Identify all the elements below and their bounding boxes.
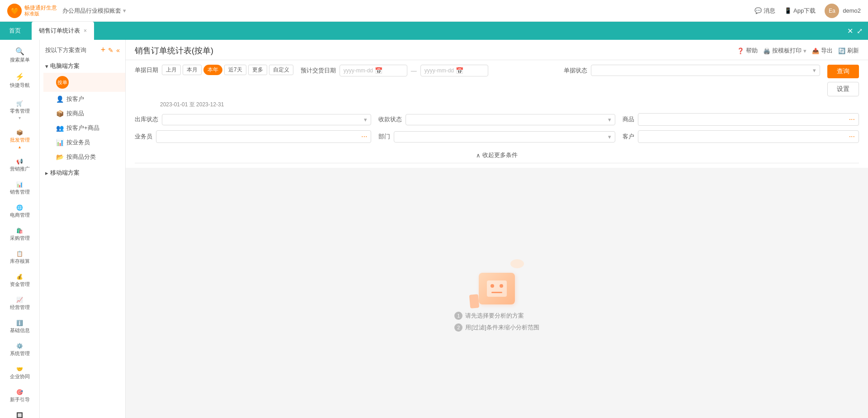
scheme-group-mobile: ▸ 移动端方案 [40, 165, 125, 180]
payment-status-select[interactable]: ▾ [406, 114, 615, 125]
left-panel: 按以下方案查询 + ✎ « ▾ 电脑端方案 按单 👤 [40, 40, 126, 418]
industry-selector[interactable]: 办公用品行业模拟账套 ▾ [62, 7, 126, 15]
action-buttons: 查询 设置 [827, 65, 859, 96]
salesperson-label: 业务员 [135, 133, 152, 141]
export-button[interactable]: 📤 导出 [812, 47, 833, 55]
date-btn-this-month[interactable]: 本月 [183, 65, 202, 75]
sidebar-item-enterprise[interactable]: 🤝 企业协同 [0, 361, 39, 385]
sidebar-item-retail[interactable]: 🛒 零售管理 ▾ [0, 96, 39, 125]
tip-item-1: 1 请先选择要分析的方案 [454, 312, 539, 320]
date-label: 单据日期 [135, 66, 158, 74]
scheme-item-by-order[interactable]: 按单 [43, 73, 125, 92]
sidebar-search[interactable]: 🔍 搜索菜单 [0, 43, 39, 68]
tab-bar: 首页 销售订单统计表 × ✕ ⤢ [0, 22, 868, 40]
sidebar-item-management[interactable]: 📈 经营管理 [0, 292, 39, 315]
date-btn-this-year[interactable]: 本年 [203, 65, 222, 75]
quick-nav-icon: ⚡ [15, 72, 24, 81]
query-button[interactable]: 查询 [827, 65, 859, 78]
sidebar-item-sales[interactable]: 📊 销售管理 [0, 177, 39, 200]
date-btn-last-7days[interactable]: 近7天 [224, 65, 246, 75]
top-header: 🧡 畅捷通好生意 标准版 办公用品行业模拟账套 ▾ 💬 消息 📱 App下载 E… [0, 0, 868, 22]
system-icon: ⚙️ [16, 343, 23, 349]
date-btn-more[interactable]: 更多 [248, 65, 267, 75]
collapse-panel-icon[interactable]: « [116, 47, 120, 54]
product-input[interactable]: ··· [638, 113, 859, 126]
print-icon: 🖨️ [763, 48, 770, 54]
retail-icon: 🛒 [16, 100, 23, 107]
window-close-icon[interactable]: ✕ [847, 27, 853, 35]
sidebar-item-ecommerce[interactable]: 🌐 电商管理 [0, 200, 39, 223]
out-status-arrow-icon: ▾ [364, 116, 367, 123]
management-icon: 📈 [16, 297, 23, 303]
scheme-item-by-salesperson[interactable]: 📊 按业务员 [43, 135, 125, 150]
scheme-item-by-category[interactable]: 📂 按商品分类 [43, 150, 125, 164]
status-filter-group: 单据状态 ▾ [564, 65, 820, 76]
add-scheme-icon[interactable]: + [101, 45, 106, 55]
delivery-date-group: 预计交货日期 yyyy-mm-dd 📅 — yyyy-mm-dd 📅 [301, 65, 557, 76]
sidebar-item-purchase[interactable]: 🛍️ 采购管理 [0, 223, 39, 246]
export-icon: 📤 [812, 48, 819, 54]
date-btn-custom[interactable]: 自定义 [269, 65, 293, 75]
scheme-group-mobile-header[interactable]: ▸ 移动端方案 [40, 166, 125, 180]
sidebar-item-marketing[interactable]: 📢 营销推广 [0, 154, 39, 177]
message-icon: 💬 [755, 7, 762, 14]
edit-scheme-icon[interactable]: ✎ [108, 47, 113, 54]
user-area[interactable]: Ea demo2 [825, 4, 861, 18]
page-actions: ❓ 帮助 🖨️ 按模板打印 ▾ 📤 导出 🔄 刷新 [737, 47, 859, 55]
delivery-date-start-input[interactable]: yyyy-mm-dd 📅 [340, 65, 407, 76]
status-select[interactable]: ▾ [591, 65, 820, 76]
sidebar-item-inventory[interactable]: 📋 库存核算 [0, 246, 39, 269]
sidebar-item-finance[interactable]: 💰 资金管理 [0, 269, 39, 292]
sidebar-item-system[interactable]: ⚙️ 系统管理 [0, 338, 39, 361]
collapse-icon: ∧ [476, 152, 481, 159]
sidebar-item-wholesale[interactable]: 📦 批发管理 ▴ [0, 125, 39, 154]
tab-close-icon[interactable]: × [84, 28, 87, 34]
salesperson-dots-icon: ··· [361, 133, 367, 141]
left-panel-actions: + ✎ « [101, 45, 120, 55]
app-download-action[interactable]: 📱 App下载 [784, 7, 816, 15]
tab-home[interactable]: 首页 [0, 22, 30, 40]
date-btn-last-month[interactable]: 上月 [162, 65, 181, 75]
salesperson-filter-group: 业务员 ··· [135, 130, 371, 143]
tab-bar-right: ✕ ⤢ [847, 27, 868, 35]
scheme-item-by-customer[interactable]: 👤 按客户 [43, 92, 125, 106]
window-expand-icon[interactable]: ⤢ [857, 27, 863, 35]
content-area: 按以下方案查询 + ✎ « ▾ 电脑端方案 按单 👤 [40, 40, 868, 418]
payment-status-group: 收款状态 ▾ [378, 114, 615, 125]
filter-row-3: 业务员 ··· 部门 ▾ 客户 [135, 130, 859, 143]
delivery-date-end-input[interactable]: yyyy-mm-dd 📅 [420, 65, 488, 76]
status-arrow-icon: ▾ [813, 67, 816, 74]
sidebar: 🔍 搜索菜单 ⚡ 快捷导航 🛒 零售管理 ▾ 📦 批发管理 ▴ 📢 营销推广 📊… [0, 40, 40, 418]
tip-item-2: 2 用[过滤]条件来缩小分析范围 [454, 323, 539, 332]
scheme-group-desktop-header[interactable]: ▾ 电脑端方案 [40, 59, 125, 73]
refresh-icon: 🔄 [838, 48, 845, 54]
tab-active[interactable]: 销售订单统计表 × [32, 22, 94, 40]
customer-input[interactable]: ··· [638, 130, 859, 143]
date-range-text: 2023-01-01 至 2023-12-31 [160, 101, 224, 108]
out-status-select[interactable]: ▾ [162, 114, 371, 125]
header-left: 🧡 畅捷通好生意 标准版 办公用品行业模拟账套 ▾ [7, 4, 126, 18]
status-label: 单据状态 [564, 66, 587, 75]
template-print-button[interactable]: 🖨️ 按模板打印 ▾ [763, 47, 807, 55]
message-action[interactable]: 💬 消息 [755, 7, 775, 15]
scheme-item-by-customer-product[interactable]: 👥 按客户+商品 [43, 121, 125, 135]
collapse-bar[interactable]: ∧ 收起更多条件 [135, 147, 859, 163]
dept-arrow-icon: ▾ [608, 133, 611, 140]
sidebar-item-basic-info[interactable]: ℹ️ 基础信息 [0, 315, 39, 338]
dept-filter-group: 部门 ▾ [378, 131, 615, 142]
product-filter-group: 商品 ··· [623, 113, 859, 126]
refresh-button[interactable]: 🔄 刷新 [838, 47, 859, 55]
dept-select[interactable]: ▾ [394, 131, 615, 142]
help-button[interactable]: ❓ 帮助 [737, 47, 758, 55]
sidebar-quick-nav[interactable]: ⚡ 快捷导航 [0, 68, 39, 93]
left-panel-header: 按以下方案查询 + ✎ « [40, 43, 125, 58]
purchase-icon: 🛍️ [16, 228, 23, 234]
settings-button[interactable]: 设置 [827, 82, 859, 96]
scheme-item-by-product[interactable]: 📦 按商品 [43, 106, 125, 121]
salesperson-input[interactable]: ··· [156, 130, 371, 143]
content-body: 1 请先选择要分析的方案 2 用[过滤]条件来缩小分析范围 [126, 168, 868, 418]
sidebar-item-app-center[interactable]: 🔲 应用中心 [0, 408, 39, 418]
collapse-button[interactable]: ∧ 收起更多条件 [476, 151, 518, 159]
sidebar-item-guide[interactable]: 🎯 新手引导 [0, 385, 39, 408]
app-center-icon: 🔲 [16, 412, 23, 418]
